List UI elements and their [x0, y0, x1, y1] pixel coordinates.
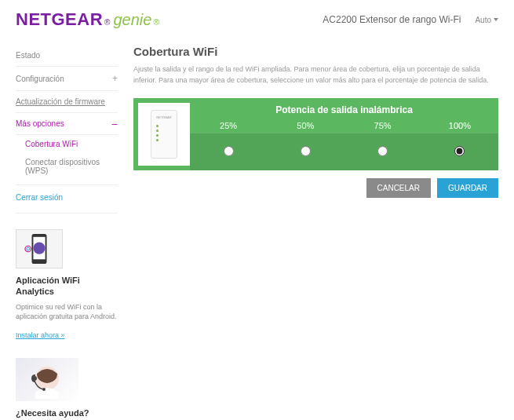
power-radio-100[interactable] — [454, 146, 465, 156]
promo-analytics-desc: Optimice su red WiFi con la aplicación g… — [16, 302, 118, 322]
logo: NETGEAR® genie® — [16, 9, 159, 30]
power-radio-25[interactable] — [224, 146, 234, 156]
svg-point-3 — [25, 246, 31, 252]
svg-point-6 — [32, 376, 37, 381]
header: NETGEAR® genie® AC2200 Extensor de rango… — [0, 0, 514, 37]
power-options-labels: 25% 50% 75% 100% — [190, 119, 498, 133]
power-option-label: 75% — [344, 119, 421, 133]
nav-config[interactable]: Configuración+ — [16, 67, 118, 91]
power-radio-75[interactable] — [377, 146, 388, 156]
power-option-label: 100% — [421, 119, 498, 133]
plus-icon: + — [112, 73, 118, 84]
promo-install-link[interactable]: Instalar ahora » — [16, 331, 65, 339]
promo-help-title: ¿Necesita ayuda? — [16, 407, 118, 418]
nav-more-options[interactable]: Más opciones− — [16, 113, 118, 135]
device-title: AC2200 Extensor de rango Wi-Fi — [323, 14, 461, 25]
nav-coverage[interactable]: Cobertura WiFi — [16, 135, 118, 153]
support-agent-image — [16, 358, 78, 401]
device-image: NETGEAR — [138, 103, 190, 166]
page-description: Ajuste la salida y el rango de la red Wi… — [133, 64, 498, 86]
content: Cobertura WiFi Ajuste la salida y el ran… — [133, 45, 498, 420]
nav-firmware[interactable]: Actualización de firmware — [16, 91, 118, 113]
svg-point-2 — [33, 242, 45, 254]
svg-point-7 — [42, 388, 46, 391]
power-option-label: 25% — [190, 119, 267, 133]
minus-icon: − — [111, 120, 118, 128]
promo-analytics-title: Aplicación WiFi Analytics — [16, 275, 118, 298]
svg-point-4 — [27, 247, 30, 250]
cancel-button[interactable]: CANCELAR — [366, 178, 431, 198]
action-bar: CANCELAR GUARDAR — [133, 178, 498, 198]
logo-product: genie — [113, 11, 151, 29]
save-button[interactable]: GUARDAR — [437, 178, 498, 198]
language-dropdown[interactable]: Auto — [475, 16, 498, 24]
power-radio-50[interactable] — [301, 146, 311, 156]
promo-help: ¿Necesita ayuda? Envíe sus dudas a nuest… — [16, 358, 118, 420]
promo-analytics: Aplicación WiFi Analytics Optimice su re… — [16, 229, 118, 341]
logo-brand: NETGEAR — [16, 9, 103, 30]
power-panel: NETGEAR Potencia de salida inalámbrica 2… — [133, 98, 498, 170]
logout-link[interactable]: Cerrar sesión — [16, 185, 118, 214]
power-label: Potencia de salida inalámbrica — [190, 98, 498, 119]
page-title: Cobertura WiFi — [133, 45, 498, 58]
power-option-label: 50% — [267, 119, 344, 133]
nav-status[interactable]: Estado — [16, 45, 118, 67]
nav-wps[interactable]: Conectar dispositivos(WPS) — [16, 153, 118, 180]
promo-analytics-image — [16, 229, 63, 268]
power-options-radios — [190, 133, 498, 170]
sidebar: Estado Configuración+ Actualización de f… — [16, 45, 118, 420]
